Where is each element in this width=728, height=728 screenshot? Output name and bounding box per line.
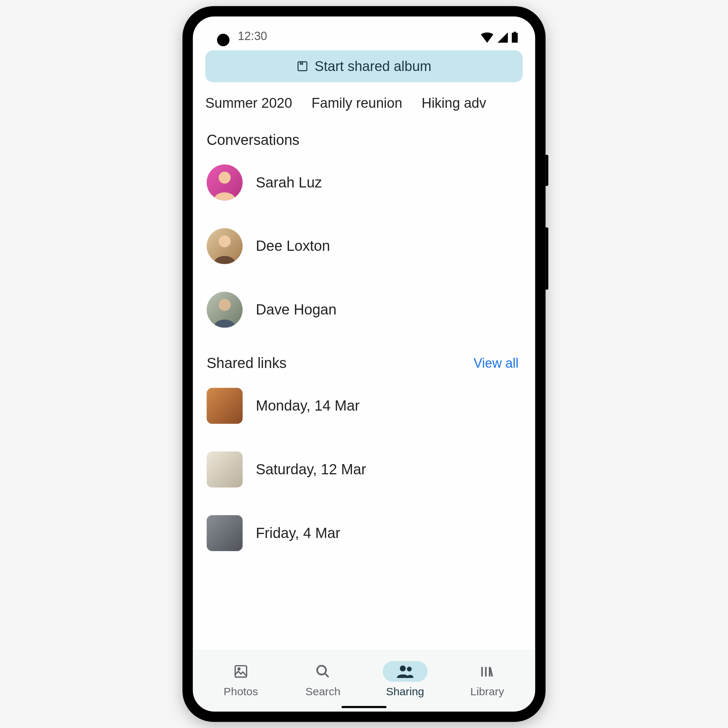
svg-point-9: [400, 665, 405, 671]
conversation-item[interactable]: Dee Loxton: [207, 223, 522, 269]
svg-point-7: [238, 668, 240, 669]
bottom-nav: Photos Search Sharing Library: [193, 649, 535, 712]
library-icon: [480, 664, 495, 679]
nav-search[interactable]: Search: [288, 656, 358, 698]
power-button: [546, 155, 549, 186]
svg-rect-0: [512, 33, 518, 43]
start-shared-album-label: Start shared album: [315, 59, 431, 74]
shared-link-label: Monday, 14 Mar: [256, 398, 359, 414]
people-icon: [397, 664, 413, 678]
nav-photos[interactable]: Photos: [206, 656, 275, 698]
svg-point-8: [317, 665, 326, 674]
shared-link-item[interactable]: Saturday, 12 Mar: [207, 447, 522, 492]
shared-album-icon: [297, 60, 308, 72]
search-icon: [315, 664, 330, 679]
status-icons: [480, 32, 518, 43]
conversation-item[interactable]: Dave Hogan: [207, 287, 522, 332]
album-chip-hiking[interactable]: Hiking adv: [422, 95, 486, 111]
shared-link-thumb: [207, 451, 243, 487]
svg-point-3: [219, 172, 231, 184]
nav-label: Search: [305, 685, 340, 698]
svg-rect-6: [235, 665, 246, 677]
conversation-name: Dave Hogan: [256, 301, 337, 318]
album-chip-family-reunion[interactable]: Family reunion: [312, 95, 402, 111]
album-chip-summer-2020[interactable]: Summer 2020: [205, 95, 292, 111]
conversation-name: Sarah Luz: [256, 174, 322, 191]
shared-links-header: Shared links View all: [193, 351, 535, 383]
photos-icon: [233, 664, 249, 679]
home-indicator[interactable]: [341, 706, 387, 708]
status-bar: 12:30: [193, 16, 535, 44]
conversations-header: Conversations: [193, 127, 535, 160]
shared-link-label: Friday, 4 Mar: [256, 525, 340, 541]
svg-rect-1: [514, 32, 516, 33]
status-time: 12:30: [238, 29, 267, 43]
svg-point-10: [407, 667, 412, 671]
front-camera: [217, 34, 229, 46]
nav-sharing[interactable]: Sharing: [370, 656, 440, 698]
battery-icon: [512, 32, 518, 43]
nav-label: Photos: [223, 685, 258, 698]
shared-links-title: Shared links: [207, 355, 474, 372]
nav-library[interactable]: Library: [453, 656, 522, 698]
conversations-title: Conversations: [207, 132, 519, 148]
shared-link-item[interactable]: Friday, 4 Mar: [207, 511, 522, 556]
conversation-name: Dee Loxton: [256, 238, 330, 254]
avatar: [207, 228, 243, 264]
view-all-link[interactable]: View all: [474, 356, 519, 371]
shared-link-thumb: [207, 388, 243, 424]
volume-button: [546, 228, 549, 290]
screen: 12:30 Start shared album Summer 2020 Fam…: [193, 16, 535, 712]
shared-link-thumb: [207, 515, 243, 551]
conversation-item[interactable]: Sarah Luz: [207, 160, 522, 205]
wifi-icon: [480, 32, 494, 43]
svg-point-4: [219, 235, 231, 247]
nav-label: Sharing: [386, 685, 424, 698]
shared-link-item[interactable]: Monday, 14 Mar: [207, 383, 522, 428]
phone-frame: 12:30 Start shared album Summer 2020 Fam…: [182, 6, 546, 722]
svg-point-5: [219, 299, 231, 311]
signal-icon: [497, 32, 508, 43]
album-chips[interactable]: Summer 2020 Family reunion Hiking adv: [193, 82, 535, 127]
avatar: [207, 165, 243, 200]
nav-label: Library: [470, 685, 504, 698]
shared-link-label: Saturday, 12 Mar: [256, 461, 366, 478]
avatar: [207, 292, 243, 327]
start-shared-album-button[interactable]: Start shared album: [205, 50, 523, 82]
